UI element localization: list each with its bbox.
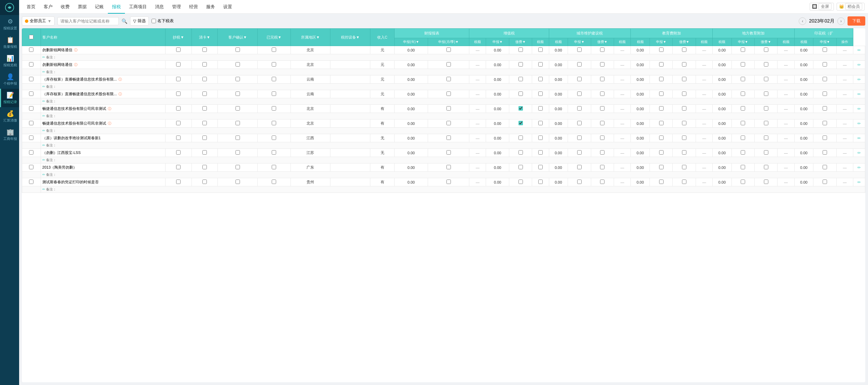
edu-declare-checkbox[interactable] bbox=[659, 150, 664, 155]
paid-checkbox[interactable] bbox=[272, 121, 276, 125]
edit-icon[interactable]: ✏ bbox=[857, 121, 861, 126]
city-pay-checkbox[interactable] bbox=[600, 121, 604, 125]
annual-checkbox[interactable] bbox=[446, 47, 451, 52]
local-pay-checkbox[interactable] bbox=[764, 106, 768, 111]
city-declare-checkbox[interactable] bbox=[577, 136, 582, 140]
paid-checkbox[interactable] bbox=[272, 91, 276, 96]
chaoshui-checkbox[interactable] bbox=[176, 62, 181, 67]
city-pay-checkbox[interactable] bbox=[600, 136, 604, 140]
edu-pay-checkbox[interactable] bbox=[682, 121, 686, 125]
confirm-checkbox[interactable] bbox=[236, 150, 240, 155]
paid-checkbox[interactable] bbox=[272, 106, 276, 111]
chaoshui-checkbox[interactable] bbox=[176, 77, 181, 81]
nav-settings[interactable]: 设置 bbox=[219, 0, 236, 14]
confirm-checkbox[interactable] bbox=[236, 106, 240, 111]
sidebar-item-batch-tax[interactable]: 📋 批量报税 bbox=[0, 33, 19, 52]
city-declare-checkbox[interactable] bbox=[577, 91, 582, 96]
confirm-checkbox[interactable] bbox=[236, 180, 240, 184]
confirm-checkbox[interactable] bbox=[236, 91, 240, 96]
nav-accounting[interactable]: 记账 bbox=[91, 0, 108, 14]
confirm-checkbox[interactable] bbox=[236, 121, 240, 125]
named-list-checkbox[interactable]: 名下税表 bbox=[152, 18, 174, 24]
edu-pay-checkbox[interactable] bbox=[682, 150, 686, 155]
note-edit-icon[interactable]: ✏ bbox=[42, 114, 46, 118]
edit-icon[interactable]: ✏ bbox=[857, 62, 861, 67]
stamp-declare-checkbox[interactable] bbox=[823, 62, 827, 67]
edu-pay-checkbox[interactable] bbox=[682, 91, 686, 96]
note-edit-icon[interactable]: ✏ bbox=[42, 85, 46, 88]
qingka-checkbox[interactable] bbox=[202, 180, 207, 184]
vat-pay-checkbox[interactable] bbox=[538, 77, 543, 81]
edit-icon[interactable]: ✏ bbox=[857, 136, 861, 141]
sidebar-item-tax-view[interactable]: 📊 报税览税 bbox=[0, 52, 19, 70]
local-pay-checkbox[interactable] bbox=[764, 47, 768, 52]
stamp-declare-checkbox[interactable] bbox=[823, 136, 827, 140]
nav-message[interactable]: 消息 bbox=[151, 0, 168, 14]
edu-pay-checkbox[interactable] bbox=[682, 106, 686, 111]
local-declare-checkbox[interactable] bbox=[741, 136, 745, 140]
edu-pay-checkbox[interactable] bbox=[682, 180, 686, 184]
annual-checkbox[interactable] bbox=[446, 165, 451, 169]
qingka-checkbox[interactable] bbox=[202, 91, 207, 96]
nav-invoice[interactable]: 票据 bbox=[74, 0, 91, 14]
stamp-declare-checkbox[interactable] bbox=[823, 47, 827, 52]
row-checkbox[interactable] bbox=[29, 106, 33, 111]
edit-icon[interactable]: ✏ bbox=[857, 165, 861, 170]
sidebar-item-tax-settings[interactable]: ⚙ 报税设置 bbox=[0, 15, 19, 33]
local-declare-checkbox[interactable] bbox=[741, 150, 745, 155]
vat-pay-checkbox[interactable] bbox=[538, 180, 543, 184]
city-pay-checkbox[interactable] bbox=[600, 165, 604, 169]
qingka-checkbox[interactable] bbox=[202, 121, 207, 125]
city-declare-checkbox[interactable] bbox=[577, 121, 582, 125]
vat-pay-checkbox[interactable] bbox=[538, 62, 543, 67]
local-pay-checkbox[interactable] bbox=[764, 91, 768, 96]
nav-service[interactable]: 服务 bbox=[202, 0, 219, 14]
confirm-checkbox[interactable] bbox=[236, 165, 240, 169]
vat-declare-checkbox[interactable] bbox=[518, 150, 523, 155]
edu-declare-checkbox[interactable] bbox=[659, 106, 664, 111]
city-declare-checkbox[interactable] bbox=[577, 165, 582, 169]
confirm-checkbox[interactable] bbox=[236, 77, 240, 81]
local-declare-checkbox[interactable] bbox=[741, 91, 745, 96]
edit-icon[interactable]: ✏ bbox=[857, 92, 861, 97]
chaoshui-checkbox[interactable] bbox=[176, 150, 181, 155]
annual-checkbox[interactable] bbox=[446, 91, 451, 96]
city-declare-checkbox[interactable] bbox=[577, 62, 582, 67]
local-pay-checkbox[interactable] bbox=[764, 121, 768, 125]
search-input[interactable] bbox=[57, 17, 119, 25]
select-all-checkbox[interactable] bbox=[29, 35, 33, 39]
paid-checkbox[interactable] bbox=[272, 77, 276, 81]
edu-pay-checkbox[interactable] bbox=[682, 136, 686, 140]
note-edit-icon[interactable]: ✏ bbox=[42, 55, 46, 59]
local-declare-checkbox[interactable] bbox=[741, 106, 745, 111]
chaoshui-checkbox[interactable] bbox=[176, 91, 181, 96]
edu-pay-checkbox[interactable] bbox=[682, 165, 686, 169]
city-declare-checkbox[interactable] bbox=[577, 77, 582, 81]
edit-icon[interactable]: ✏ bbox=[857, 180, 861, 185]
edit-icon[interactable]: ✏ bbox=[857, 77, 861, 82]
vat-declare-checkbox[interactable] bbox=[518, 62, 523, 67]
edu-declare-checkbox[interactable] bbox=[659, 121, 664, 125]
paid-checkbox[interactable] bbox=[272, 165, 276, 169]
chaoshui-checkbox[interactable] bbox=[176, 47, 181, 52]
chaoshui-checkbox[interactable] bbox=[176, 165, 181, 169]
qingka-checkbox[interactable] bbox=[202, 62, 207, 67]
vat-pay-checkbox[interactable] bbox=[538, 165, 543, 169]
stamp-declare-checkbox[interactable] bbox=[823, 150, 827, 155]
row-checkbox[interactable] bbox=[29, 165, 33, 169]
annual-checkbox[interactable] bbox=[446, 180, 451, 184]
local-pay-checkbox[interactable] bbox=[764, 62, 768, 67]
annual-checkbox[interactable] bbox=[446, 121, 451, 125]
nav-client[interactable]: 客户 bbox=[40, 0, 57, 14]
edit-icon[interactable]: ✏ bbox=[857, 151, 861, 155]
city-pay-checkbox[interactable] bbox=[600, 77, 604, 81]
city-pay-checkbox[interactable] bbox=[600, 150, 604, 155]
search-button[interactable]: 🔍 bbox=[122, 18, 127, 24]
edu-declare-checkbox[interactable] bbox=[659, 47, 664, 52]
employee-filter[interactable]: 全部员工 ▼ bbox=[22, 16, 55, 26]
edu-declare-checkbox[interactable] bbox=[659, 165, 664, 169]
vat-pay-checkbox[interactable] bbox=[538, 47, 543, 52]
annual-checkbox[interactable] bbox=[446, 150, 451, 155]
vat-declare-checkbox[interactable] bbox=[518, 165, 523, 169]
edu-declare-checkbox[interactable] bbox=[659, 180, 664, 184]
